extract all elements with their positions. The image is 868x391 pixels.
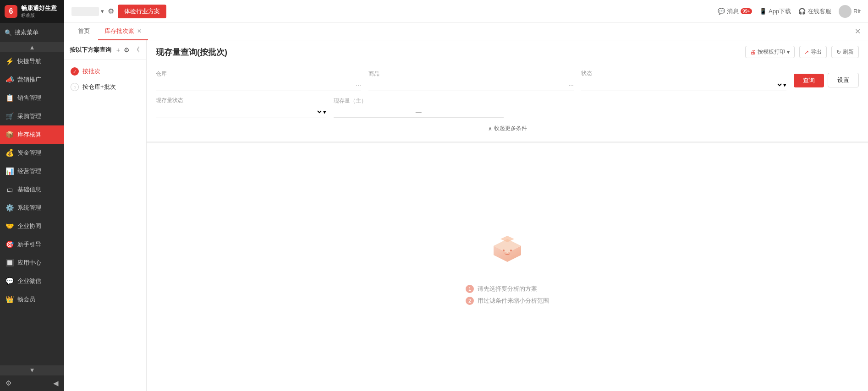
sidebar-item-inventory[interactable]: 📦 库存核算	[0, 125, 64, 144]
sidebar-item-enterprise[interactable]: 🤝 企业协同	[0, 217, 64, 235]
sidebar-item-label: 基础信息	[17, 185, 41, 194]
search-menu-button[interactable]: 🔍 搜索菜单	[5, 27, 60, 38]
print-button[interactable]: 🖨 按模板打印 ▾	[745, 46, 795, 58]
sidebar: 6 畅康通好生意 标准版 🔍 搜索菜单 ▲ ⚡ 快捷导航 📣 营销推广 📋 销售…	[0, 0, 64, 391]
status-filter: 状态 ▾	[581, 70, 786, 91]
search-icon: 🔍	[5, 29, 12, 36]
scheme-settings-button[interactable]: ⚙	[123, 45, 131, 54]
topbar-dropdown[interactable]: ▾	[71, 7, 104, 16]
sidebar-item-quick-nav[interactable]: ⚡ 快捷导航	[0, 52, 64, 71]
left-panel-header: 按以下方案查询 + ⚙ 《	[64, 40, 146, 60]
status-select[interactable]	[581, 81, 783, 89]
sidebar-scroll-down-button[interactable]: ▼	[0, 365, 64, 375]
topbar-settings-icon[interactable]: ⚙	[108, 7, 114, 16]
tab-close-icon[interactable]: ✕	[137, 28, 142, 34]
page-header-top: 现存量查询(按批次) 🖨 按模板打印 ▾ ↗ 导出 ↻	[156, 46, 859, 63]
tab-inventory-batch[interactable]: 库存批次账 ✕	[98, 23, 148, 40]
inventory-status-select[interactable]	[156, 108, 323, 116]
empty-tip-2: 2 用过滤条件来缩小分析范围	[466, 297, 549, 305]
status-dropdown-icon: ▾	[783, 81, 786, 88]
online-service-action[interactable]: 🎧 在线客服	[798, 7, 831, 16]
filter-row-1: 仓库 ··· 商品 ··· 状态	[156, 70, 859, 91]
tab-close-panel-icon[interactable]: ✕	[855, 27, 861, 36]
inventory-status-filter: 现存量状态 ▾	[156, 97, 326, 118]
warehouse-input[interactable]	[156, 81, 356, 88]
goods-more-icon[interactable]: ···	[568, 81, 574, 89]
tab-home-label: 首页	[78, 27, 90, 35]
settings-button[interactable]: 设置	[828, 73, 859, 87]
add-scheme-button[interactable]: +	[115, 45, 121, 54]
sidebar-item-label: 销售管理	[17, 94, 41, 102]
goods-input[interactable]	[368, 81, 568, 88]
inventory-qty-label: 现存量（主）	[334, 97, 504, 105]
warehouse-filter: 仓库 ···	[156, 70, 361, 91]
sidebar-item-label: 库存核算	[17, 130, 41, 139]
filter-row-2: 现存量状态 ▾ 现存量（主） —	[156, 97, 859, 118]
sidebar-item-marketing[interactable]: 📣 营销推广	[0, 71, 64, 89]
warehouse-more-icon[interactable]: ···	[356, 81, 361, 89]
sidebar-item-label: 系统管理	[17, 204, 41, 212]
sidebar-item-app-center[interactable]: 🔲 应用中心	[0, 254, 64, 272]
user-name: Rit	[853, 8, 861, 15]
tabbar: 首页 库存批次账 ✕ ✕	[64, 23, 868, 40]
scheme-label: 按仓库+批次	[82, 83, 116, 91]
collapse-panel-button[interactable]: 《	[132, 45, 141, 55]
sidebar-scroll-up-button[interactable]: ▲	[0, 43, 64, 52]
refresh-button[interactable]: ↻ 刷新	[831, 46, 859, 58]
app-name: 畅康通好生意	[21, 4, 57, 12]
scheme-inactive-icon: ○	[71, 83, 79, 91]
sidebar-item-wechat[interactable]: 💬 企业微信	[0, 272, 64, 290]
sales-icon: 📋	[5, 94, 14, 102]
footer-settings-icon[interactable]: ⚙	[5, 379, 11, 387]
right-panel: 现存量查询(按批次) 🖨 按模板打印 ▾ ↗ 导出 ↻	[147, 40, 868, 391]
topbar-left: ▾ ⚙ 体验行业方案	[71, 5, 713, 18]
svg-marker-2	[500, 236, 514, 242]
sidebar-item-sales[interactable]: 📋 销售管理	[0, 89, 64, 107]
scheme-item-by-warehouse-batch[interactable]: ○ 按仓库+批次	[64, 79, 146, 95]
sidebar-footer: ⚙ ◀	[0, 375, 64, 391]
status-select-wrap: ▾	[581, 79, 786, 91]
tab-inventory-batch-label: 库存批次账	[104, 27, 134, 35]
sidebar-item-guide[interactable]: 🎯 新手引导	[0, 235, 64, 254]
user-profile[interactable]: Rit	[839, 5, 861, 18]
inventory-status-label: 现存量状态	[156, 97, 326, 104]
sidebar-item-label: 应用中心	[17, 259, 41, 267]
sidebar-item-operation[interactable]: 📊 经营管理	[0, 162, 64, 180]
quick-nav-icon: ⚡	[5, 57, 14, 65]
scheme-item-by-batch[interactable]: ✓ 按批次	[64, 64, 146, 79]
avatar	[839, 5, 852, 18]
export-button[interactable]: ↗ 导出	[799, 46, 827, 58]
page-area: 按以下方案查询 + ⚙ 《 ✓ 按批次 ○ 按仓库+批次	[64, 40, 868, 391]
collapse-more-conditions[interactable]: ∧ 收起更多条件	[156, 122, 859, 135]
footer-collapse-icon[interactable]: ◀	[53, 379, 59, 387]
enterprise-icon: 🤝	[5, 222, 14, 230]
goods-filter-label: 商品	[368, 70, 574, 78]
message-badge: 99+	[741, 8, 752, 14]
app-logo: 6	[5, 5, 17, 18]
sidebar-item-system[interactable]: ⚙️ 系统管理	[0, 199, 64, 217]
page-title: 现存量查询(按批次)	[156, 47, 227, 58]
service-icon: 🎧	[798, 8, 806, 15]
tip-num-2: 2	[466, 297, 474, 305]
system-icon: ⚙️	[5, 204, 14, 212]
sidebar-item-label: 资金管理	[17, 149, 41, 157]
sidebar-item-basic[interactable]: 🗂 基础信息	[0, 180, 64, 199]
query-button[interactable]: 查询	[794, 74, 824, 87]
inventory-icon: 📦	[5, 130, 14, 139]
app-download-action[interactable]: 📱 App下载	[759, 7, 791, 16]
sidebar-item-finance[interactable]: 💰 资金管理	[0, 144, 64, 162]
empty-state-illustration	[484, 230, 530, 276]
tab-home[interactable]: 首页	[71, 23, 96, 40]
collapse-label: 收起更多条件	[494, 125, 527, 132]
qty-to-input[interactable]	[425, 109, 504, 115]
qty-from-input[interactable]	[334, 109, 412, 115]
qty-dash: —	[416, 109, 422, 115]
sidebar-item-purchase[interactable]: 🛒 采购管理	[0, 107, 64, 125]
sidebar-item-member[interactable]: 👑 畅会员	[0, 290, 64, 309]
message-action[interactable]: 💬 消息 99+	[718, 7, 752, 16]
inventory-status-wrap: ▾	[156, 106, 326, 118]
experience-industry-button[interactable]: 体验行业方案	[118, 5, 166, 18]
empty-tip-1: 1 请先选择要分析的方案	[466, 285, 549, 293]
scheme-settings-icon: ⚙	[124, 46, 130, 54]
left-panel-title: 按以下方案查询	[70, 46, 111, 54]
